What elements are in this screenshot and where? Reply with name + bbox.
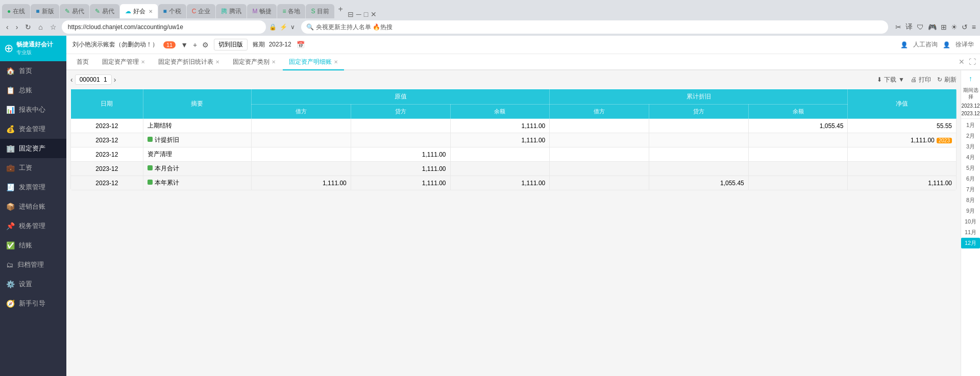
translate-icon[interactable]: 译	[905, 22, 913, 32]
sidebar-item-closing[interactable]: ✅ 结账	[0, 236, 66, 255]
back-button[interactable]: ‹	[4, 22, 11, 32]
add-icon[interactable]: +	[193, 41, 197, 49]
new-tab-button[interactable]: +	[335, 5, 346, 14]
refresh-button[interactable]: ↻ 刷新	[937, 76, 957, 84]
period-month-3[interactable]: 3月	[961, 141, 980, 152]
tab-close-4[interactable]: ✕	[149, 9, 153, 14]
sidebar-item-guide[interactable]: 🧭 新手引导	[0, 294, 66, 313]
period-month-10[interactable]: 10月	[961, 216, 980, 227]
undo-icon[interactable]: ↺	[962, 23, 968, 31]
forward-button[interactable]: ›	[14, 22, 20, 32]
brightness-icon[interactable]: ☀	[951, 23, 958, 31]
period-month-12[interactable]: 12月	[961, 238, 980, 248]
tab-label-2: 易代	[72, 7, 84, 16]
browser-tab-7[interactable]: 腾 腾讯	[216, 4, 247, 18]
close-window-icon[interactable]: ✕	[371, 10, 377, 18]
period-month-7[interactable]: 7月	[961, 184, 980, 195]
period-month-5[interactable]: 5月	[961, 163, 980, 173]
home-button[interactable]: ⌂	[36, 22, 44, 32]
period-month-11[interactable]: 11月	[961, 227, 980, 238]
page-tab-home[interactable]: 首页	[70, 55, 95, 70]
tab-menu-icon[interactable]: ⊟	[348, 10, 354, 18]
expand-tab-icon[interactable]: ⛶	[969, 58, 976, 66]
shield-icon[interactable]: 🛡	[917, 23, 924, 31]
bookmark-button[interactable]: ☆	[48, 22, 59, 32]
sidebar-item-fixed-assets[interactable]: 🏢 固定资产	[0, 139, 66, 158]
page-tab-close-fa-mgmt[interactable]: ✕	[141, 59, 145, 65]
period-month-4[interactable]: 4月	[961, 152, 980, 163]
calendar-icon[interactable]: 📅	[297, 41, 305, 48]
consult-label[interactable]: 人工咨询	[913, 40, 938, 49]
minimize-icon[interactable]: ─	[356, 10, 361, 18]
grid-icon[interactable]: ⊞	[941, 23, 947, 31]
period-month-6[interactable]: 6月	[961, 173, 980, 184]
page-tab-fa-mgmt[interactable]: 固定资产管理 ✕	[96, 55, 151, 70]
table-cell	[649, 147, 749, 162]
page-tab-close-dep-stat[interactable]: ✕	[215, 59, 219, 65]
sidebar-label-home: 首页	[19, 66, 32, 76]
username-label[interactable]: 徐译华	[955, 40, 974, 49]
print-button[interactable]: 🖨 打印	[911, 76, 931, 84]
browser-tab-3[interactable]: ✎ 易代	[90, 4, 119, 18]
period-month-8[interactable]: 8月	[961, 195, 980, 206]
browser-tab-4[interactable]: ☁ 好会 ✕	[120, 4, 158, 18]
browser-tab-9[interactable]: ≡ 各地	[277, 4, 305, 18]
browser-tab-6[interactable]: C 企业	[187, 4, 216, 18]
sidebar-item-settings[interactable]: ⚙️ 设置	[0, 274, 66, 294]
page-tab-fa-detail[interactable]: 固定资产明细账 ✕	[283, 55, 344, 70]
scissors-icon[interactable]: ✂	[895, 23, 901, 31]
table-cell	[550, 119, 649, 133]
download-button[interactable]: ⬇ 下载 ▼	[877, 76, 904, 84]
browser-tab-8[interactable]: M 畅捷	[247, 4, 277, 18]
page-tab-close-fa-detail[interactable]: ✕	[334, 59, 338, 65]
table-cell	[351, 119, 450, 133]
row-dot-icon	[148, 137, 153, 142]
sidebar-item-ledger[interactable]: 📋 总账	[0, 81, 66, 100]
sidebar-item-inventory[interactable]: 📦 进销台账	[0, 197, 66, 216]
browser-tab-1[interactable]: ■ 新版	[31, 4, 59, 18]
th-date: 日期	[71, 89, 143, 119]
menu-icon[interactable]: ≡	[972, 23, 976, 31]
ledger-table: 日期 摘要 原值 累计折旧 净值 借方 贷方 余额 借方	[70, 89, 957, 190]
maximize-icon[interactable]: □	[364, 10, 368, 18]
sidebar-item-tax[interactable]: 📌 税务管理	[0, 216, 66, 236]
notification-badge[interactable]: 11	[163, 41, 176, 48]
prev-page-button[interactable]: ‹	[70, 76, 73, 84]
version-switch-button[interactable]: 切到旧版	[214, 39, 248, 51]
browser-tab-10[interactable]: S 目前	[306, 4, 334, 18]
dropdown-icon[interactable]: ∨	[290, 23, 295, 31]
tab-bar: ● 在线 ■ 新版 ✎ 易代 ✎ 易代 ☁ 好会 ✕ ■ 个税 C 企业 腾	[0, 0, 980, 18]
period-month-9[interactable]: 9月	[961, 206, 980, 216]
refresh-button[interactable]: ↻	[23, 22, 33, 32]
page-tab-close-fa-cat[interactable]: ✕	[272, 59, 276, 65]
sidebar-item-payroll[interactable]: 💼 工资	[0, 158, 66, 178]
sidebar-label-funds: 资金管理	[19, 124, 45, 134]
download-dropdown-icon[interactable]: ▼	[898, 76, 904, 83]
search-area[interactable]: 🔍 央视更新主持人名单 🔥热搜	[301, 20, 888, 34]
th-accum-debit: 借方	[550, 105, 649, 119]
gamepad-icon[interactable]: 🎮	[928, 23, 937, 31]
page-tab-label-dep-stat: 固定资产折旧统计表	[158, 58, 213, 66]
dropdown-arrow[interactable]: ▼	[181, 41, 188, 49]
sidebar-item-archive[interactable]: 🗂 归档管理	[0, 255, 66, 274]
close-tab-icon[interactable]: ✕	[959, 58, 965, 66]
page-tabs: 首页 固定资产管理 ✕ 固定资产折旧统计表 ✕ 固定资产类别 ✕ 固定资产明细账…	[66, 54, 980, 70]
browser-tab-0[interactable]: ● 在线	[2, 4, 30, 18]
browser-tab-2[interactable]: ✎ 易代	[60, 4, 89, 18]
settings-gear-icon[interactable]: ⚙	[202, 41, 209, 49]
page-tab-depreciation-stat[interactable]: 固定资产折旧统计表 ✕	[152, 55, 226, 70]
sidebar-item-reports[interactable]: 📊 报表中心	[0, 100, 66, 119]
period-month-2[interactable]: 2月	[961, 131, 980, 141]
period-up-arrow[interactable]: ↑	[967, 72, 974, 85]
home-icon: 🏠	[6, 67, 15, 75]
sidebar-item-invoice[interactable]: 🧾 发票管理	[0, 178, 66, 197]
search-text: 央视更新主持人名单 🔥热搜	[316, 23, 393, 32]
browser-tab-5[interactable]: ■ 个税	[158, 4, 186, 18]
sidebar-item-funds[interactable]: 💰 资金管理	[0, 119, 66, 139]
next-page-button[interactable]: ›	[114, 76, 116, 84]
table-cell	[848, 162, 957, 176]
period-month-1[interactable]: 1月	[961, 120, 980, 131]
sidebar-item-home[interactable]: 🏠 首页	[0, 61, 66, 81]
page-tab-fa-category[interactable]: 固定资产类别 ✕	[227, 55, 282, 70]
address-input[interactable]	[62, 20, 266, 34]
